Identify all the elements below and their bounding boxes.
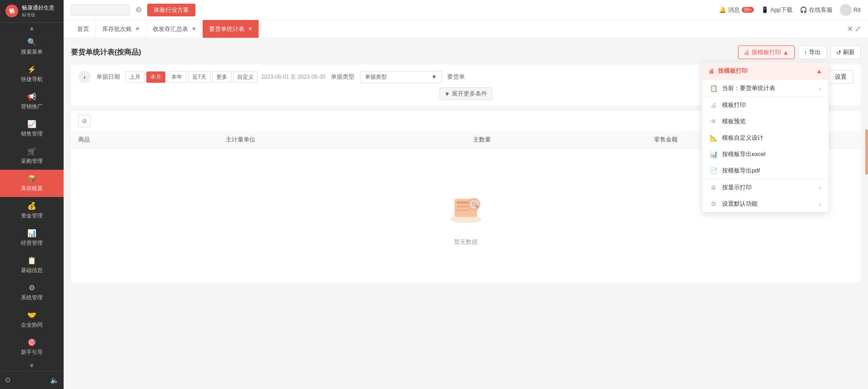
date-more-btn[interactable]: 更多 [212,71,231,83]
sidebar-item-新手引导[interactable]: 🎯新手引导 [0,333,64,360]
sidebar-bottom: ⚙ 🔈 [0,371,64,389]
expand-icon: ▼ [444,91,450,97]
avatar [840,4,852,16]
sidebar-item-资金管理[interactable]: 💰资金管理 [0,197,64,224]
date-this-year-btn[interactable]: 本年 [167,71,186,83]
template-design-item[interactable]: 📐 模板自定义设计 [702,130,828,146]
sidebar-scroll-up[interactable]: ▲ [0,23,64,33]
tab-close-window-icon[interactable]: ✕ [847,25,853,33]
sidebar-item-label: 系统管理 [21,294,43,302]
sidebar-item-库存核算[interactable]: 📦库存核算 [0,170,64,197]
main-content: ⚙ 体验行业方案 🔔 消息 99+ 📱 App下载 🎧 在线客服 Rit [64,0,868,389]
sidebar-item-基础信息[interactable]: 📋基础信息 [0,252,64,279]
empty-icon: 🔍 [443,185,489,231]
set-default-item[interactable]: ⚙ 设置默认功能 › [702,196,828,212]
tab-maximize-icon[interactable]: ⤢ [855,25,861,33]
filter-toggle-btn[interactable]: › [78,71,91,83]
tab-close-icon[interactable]: ✕ [192,26,196,32]
tab-库存批次账[interactable]: 库存批次账✕ [96,20,146,38]
table-settings-btn[interactable]: ⚙ [78,115,91,127]
sidebar-scroll-down[interactable]: ▼ [0,360,64,371]
svg-text:🔍: 🔍 [472,201,479,208]
date-last-month-btn[interactable]: 上月 [125,71,145,83]
chevron-up-icon: ▲ [783,49,789,56]
sidebar-item-搜索菜单[interactable]: 🔍搜索菜单 [0,33,64,61]
template-preview-item[interactable]: 👁 模板预览 [702,113,828,130]
sidebar-nav: 🔍搜索菜单⚡快捷导航📢营销推广📈销售管理🛒采购管理📦库存核算💰资金管理📊经营管理… [0,33,64,360]
settings-icon[interactable]: ⚙ [5,376,11,384]
tab-label: 库存批次账 [102,25,132,33]
sidebar-item-label: 经营管理 [21,239,43,247]
col-quantity: 主数量 [466,131,647,149]
excel-export-icon: 📊 [709,151,718,158]
sidebar-item-营销推广[interactable]: 📢营销推广 [0,88,64,115]
set-default-icon: ⚙ [709,200,718,207]
search-input[interactable] [71,5,130,15]
date-label: 单据日期 [96,73,120,81]
tab-要货单统计表[interactable]: 要货单统计表✕ [203,20,259,38]
refresh-btn[interactable]: ↺ 刷新 [830,45,861,59]
order-goods-label: 要货单 [447,73,465,81]
tab-收发存汇总表[interactable]: 收发存汇总表✕ [146,20,203,38]
export-btn[interactable]: ↑ 导出 [798,45,827,59]
template-export-pdf-item[interactable]: 📄 按模板导出pdf [702,162,828,179]
dropdown-chevron-up-icon[interactable]: ▲ [816,68,822,75]
date-custom-btn[interactable]: 自定义 [233,71,258,83]
tab-label: 要货单统计表 [209,25,244,33]
topbar-gear-icon[interactable]: ⚙ [135,5,142,14]
user-avatar-item[interactable]: Rit [840,4,861,16]
nav-icon: 📋 [27,256,36,265]
settings-filter-btn[interactable]: 设置 [828,70,853,84]
sidebar-item-快捷导航[interactable]: ⚡快捷导航 [0,61,64,88]
sidebar-item-销售管理[interactable]: 📈销售管理 [0,115,64,142]
template-print-item[interactable]: 🖨 模板打印 [702,97,828,113]
col-product: 商品 [71,131,219,149]
sidebar-item-采购管理[interactable]: 🛒采购管理 [0,142,64,170]
sidebar-item-系统管理[interactable]: ⚙系统管理 [0,279,64,306]
headset-icon: 🎧 [800,6,807,13]
scroll-indicator [865,129,868,175]
display-print-item[interactable]: 🖥 按显示打印 › [702,179,828,196]
tab-close-icon[interactable]: ✕ [135,26,140,32]
sidebar-item-label: 销售管理 [21,130,43,138]
template-current-icon: 📋 [709,85,718,92]
sidebar-item-label: 营销推广 [21,103,43,111]
online-service-item[interactable]: 🎧 在线客服 [800,6,833,14]
template-design-icon: 📐 [709,134,718,141]
order-type-select[interactable]: 单据类型 ▼ [360,71,442,83]
expand-conditions-btn[interactable]: ▼ 展开更多条件 [439,87,493,100]
topbar-right: 🔔 消息 99+ 📱 App下载 🎧 在线客服 Rit [719,4,861,16]
page-header: 要货单统计表(按商品) 🖨 按模板打印 ▲ ↑ 导出 ↺ 刷新 [71,45,861,59]
tab-首页[interactable]: 首页 [71,20,96,38]
svg-rect-4 [457,209,469,211]
print-template-btn[interactable]: 🖨 按模板打印 ▲ [738,45,795,59]
order-type-chevron-icon: ▼ [431,74,437,80]
logo-icon: 畅 [5,5,18,17]
date-7days-btn[interactable]: 近7天 [188,71,210,83]
date-this-month-btn[interactable]: 本月 [146,71,165,83]
filter-dates: 上月 本月 本年 近7天 更多 自定义 2023-06-01 至 2023-06… [125,71,325,83]
page-area: 要货单统计表(按商品) 🖨 按模板打印 ▲ ↑ 导出 ↺ 刷新 [64,38,868,389]
nav-icon: 📢 [27,92,36,101]
sidebar-item-label: 资金管理 [21,212,43,220]
mobile-icon: 📱 [761,6,768,13]
sidebar-item-企业协同[interactable]: 🤝企业协同 [0,306,64,333]
sidebar-item-经营管理[interactable]: 📊经营管理 [0,224,64,252]
nav-icon: 🔍 [27,38,36,46]
app-download-item[interactable]: 📱 App下载 [761,6,793,14]
tab-close-icon[interactable]: ✕ [248,26,252,32]
sidebar-item-label: 快捷导航 [21,76,43,83]
sound-icon[interactable]: 🔈 [50,376,59,384]
logo-text: 畅康通好生意 标准版 [22,5,55,18]
experience-btn[interactable]: 体验行业方案 [147,4,195,16]
tabbar: 首页库存批次账✕收发存汇总表✕要货单统计表✕ ✕ ⤢ [64,20,868,38]
current-template-item[interactable]: 📋 当前：要货单统计表 › [702,80,828,96]
template-export-excel-item[interactable]: 📊 按模板导出excel [702,146,828,162]
nav-icon: 🤝 [27,311,36,319]
sidebar-logo: 畅 畅康通好生意 标准版 [0,0,64,23]
printer-icon-header: 🖨 [708,68,714,75]
col-unit: 主计量单位 [219,131,466,149]
sidebar-item-label: 搜索菜单 [21,48,43,56]
notifications-item[interactable]: 🔔 消息 99+ [719,6,754,14]
tab-label: 收发存汇总表 [153,25,188,33]
